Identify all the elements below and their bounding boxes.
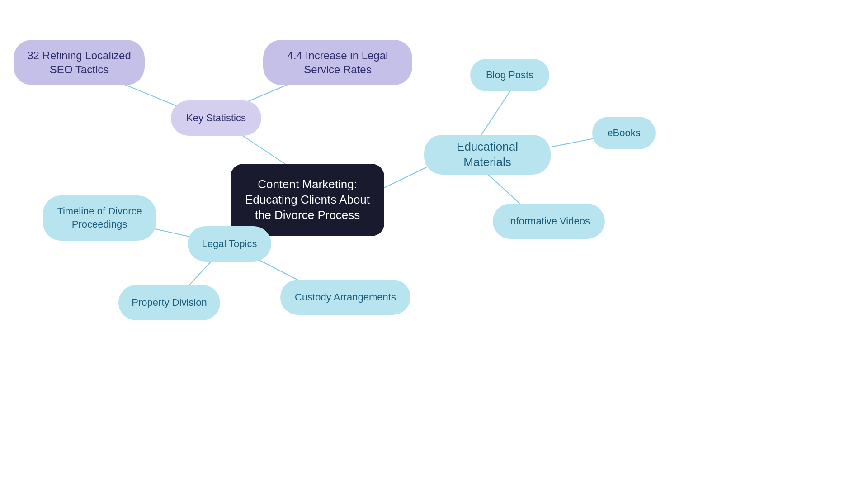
key-statistics-label: Key Statistics: [186, 112, 246, 125]
educational-materials-label: Educational Materials: [437, 139, 538, 170]
informative-videos-node[interactable]: Informative Videos: [493, 204, 605, 239]
educational-materials-node[interactable]: Educational Materials: [424, 135, 551, 175]
svg-line-4: [479, 91, 510, 138]
legal-topics-node[interactable]: Legal Topics: [188, 226, 271, 262]
ebooks-node[interactable]: eBooks: [592, 117, 656, 149]
property-division-node[interactable]: Property Division: [118, 285, 220, 320]
seo-tactics-label: 32 Refining Localized SEO Tactics: [26, 48, 132, 76]
timeline-label: Timeline of Divorce Proceedings: [56, 205, 143, 231]
custody-label: Custody Arrangements: [295, 291, 396, 304]
key-statistics-node[interactable]: Key Statistics: [171, 100, 261, 136]
custody-arrangements-node[interactable]: Custody Arrangements: [280, 280, 410, 315]
ebooks-label: eBooks: [607, 127, 640, 140]
svg-line-6: [488, 175, 520, 204]
blog-posts-label: Blog Posts: [486, 69, 533, 82]
center-node[interactable]: Content Marketing: Educating Clients Abo…: [231, 164, 384, 236]
property-division-label: Property Division: [132, 296, 207, 309]
center-label: Content Marketing: Educating Clients Abo…: [243, 177, 372, 223]
blog-posts-node[interactable]: Blog Posts: [470, 59, 549, 91]
legal-service-rates-label: 4.4 Increase in Legal Service Rates: [276, 48, 400, 76]
informative-videos-label: Informative Videos: [508, 215, 590, 228]
legal-topics-label: Legal Topics: [202, 238, 257, 251]
timeline-node[interactable]: Timeline of Divorce Proceedings: [43, 195, 156, 241]
seo-tactics-node[interactable]: 32 Refining Localized SEO Tactics: [14, 40, 145, 85]
legal-service-rates-node[interactable]: 4.4 Increase in Legal Service Rates: [263, 40, 412, 85]
